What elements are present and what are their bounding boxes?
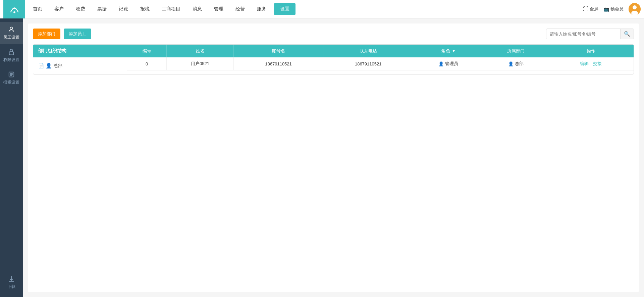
search-button[interactable]: 🔍 [620, 29, 634, 39]
role-label: 管理员 [445, 61, 458, 67]
nav-items: 首页 客户 收费 票据 记账 报税 工商项目 消息 管理 经营 服务 设置 [27, 0, 583, 18]
nav-item-tax[interactable]: 报税 [134, 0, 156, 18]
col-role-label: 角色 [441, 48, 450, 53]
dept-tree: 部门组织结构 📄 👤 总部 [33, 45, 127, 74]
sidebar-employee-label: 员工设置 [3, 35, 19, 40]
nav-item-accounting[interactable]: 记账 [113, 0, 134, 18]
emp-table: 编号 姓名 账号名 联系电话 角色 ▼ 所属部门 操作 [127, 45, 634, 74]
nav-item-message[interactable]: 消息 [186, 0, 208, 18]
nav-item-billing[interactable]: 收费 [70, 0, 91, 18]
member-button[interactable]: 📺 畅会员 [603, 6, 624, 12]
dept-file-icon: 📄 [38, 63, 44, 68]
dept-tree-body: 📄 👤 总部 [33, 57, 127, 74]
col-header-role[interactable]: 角色 ▼ [413, 45, 484, 57]
member-icon: 📺 [603, 6, 609, 12]
col-header-account: 账号名 [233, 45, 323, 57]
svg-point-2 [633, 5, 637, 9]
cell-dept: 👤 总部 [484, 57, 548, 70]
sidebar-item-tax-settings[interactable]: 报税设置 [0, 67, 23, 89]
content-area: 添加部门 添加员工 🔍 部门组织结构 📄 👤 [23, 18, 644, 297]
search-box: 🔍 [546, 29, 634, 39]
logo[interactable] [3, 0, 25, 18]
fullscreen-button[interactable]: ⛶ 全屏 [583, 6, 598, 12]
svg-rect-5 [9, 52, 14, 55]
nav-item-service[interactable]: 服务 [251, 0, 272, 18]
nav-item-business[interactable]: 工商项目 [156, 0, 186, 18]
toolbar: 添加部门 添加员工 🔍 [33, 29, 634, 39]
cell-phone: 18679110521 [323, 57, 413, 70]
nav-item-invoice[interactable]: 票据 [91, 0, 113, 18]
nav-item-manage[interactable]: 管理 [208, 0, 229, 18]
table-header-row: 编号 姓名 账号名 联系电话 角色 ▼ 所属部门 操作 [127, 45, 634, 57]
nav-item-operation[interactable]: 经营 [229, 0, 251, 18]
search-input[interactable] [546, 30, 620, 39]
filter-icon: ▼ [452, 49, 455, 53]
svg-point-4 [10, 27, 12, 30]
sidebar-download[interactable]: 下载 [0, 271, 23, 294]
add-emp-button[interactable]: 添加员工 [64, 29, 91, 39]
cell-name: 用户0521 [167, 57, 233, 70]
col-header-phone: 联系电话 [323, 45, 413, 57]
edit-link[interactable]: 编辑 [580, 61, 589, 66]
sidebar-item-employee[interactable]: 员工设置 [0, 22, 23, 44]
table-row: 0 用户0521 18679110521 18679110521 👤 管理员 [127, 57, 634, 70]
dept-tree-header: 部门组织结构 [33, 45, 127, 57]
col-header-dept: 所属部门 [484, 45, 548, 57]
sidebar-permission-label: 权限设置 [3, 57, 19, 63]
col-header-name: 姓名 [167, 45, 233, 57]
col-header-action: 操作 [548, 45, 634, 57]
search-icon: 🔍 [624, 31, 630, 37]
sidebar: 员工设置 权限设置 报税设置 下载 [0, 18, 23, 297]
fullscreen-label: 全屏 [590, 6, 598, 12]
cell-account: 18679110521 [233, 57, 323, 70]
sidebar-tax-settings-label: 报税设置 [3, 80, 19, 85]
nav-item-settings[interactable]: 设置 [274, 3, 296, 15]
member-label: 畅会员 [610, 6, 624, 12]
employee-table: 编号 姓名 账号名 联系电话 角色 ▼ 所属部门 操作 [127, 45, 634, 70]
add-dept-button[interactable]: 添加部门 [33, 29, 60, 39]
content-inner: 添加部门 添加员工 🔍 部门组织结构 📄 👤 [28, 23, 639, 292]
top-navigation: 首页 客户 收费 票据 记账 报税 工商项目 消息 管理 经营 服务 设置 ⛶ … [0, 0, 644, 18]
transfer-link[interactable]: 交接 [593, 61, 602, 66]
role-user-icon: 👤 [438, 61, 444, 66]
cell-id: 0 [127, 57, 167, 70]
sidebar-download-label: 下载 [7, 284, 15, 290]
nav-item-customer[interactable]: 客户 [48, 0, 70, 18]
cell-role: 👤 管理员 [413, 57, 484, 70]
dept-item-label: 总部 [54, 63, 62, 69]
nav-item-home[interactable]: 首页 [27, 0, 48, 18]
main-layout: 员工设置 权限设置 报税设置 下载 [0, 18, 644, 297]
dept-cell-label: 总部 [515, 61, 524, 67]
col-header-id: 编号 [127, 45, 167, 57]
fullscreen-icon: ⛶ [583, 6, 588, 12]
sidebar-item-permission[interactable]: 权限设置 [0, 44, 23, 67]
dept-item-root[interactable]: 📄 👤 总部 [37, 61, 123, 71]
svg-point-0 [13, 11, 15, 13]
dept-user-icon: 👤 [46, 63, 52, 69]
cell-action: 编辑 交接 [548, 57, 634, 70]
dept-cell-icon: 👤 [508, 61, 514, 66]
nav-right: ⛶ 全屏 📺 畅会员 [583, 3, 641, 15]
table-layout: 部门组织结构 📄 👤 总部 编号 [33, 44, 634, 75]
avatar[interactable] [629, 3, 641, 15]
